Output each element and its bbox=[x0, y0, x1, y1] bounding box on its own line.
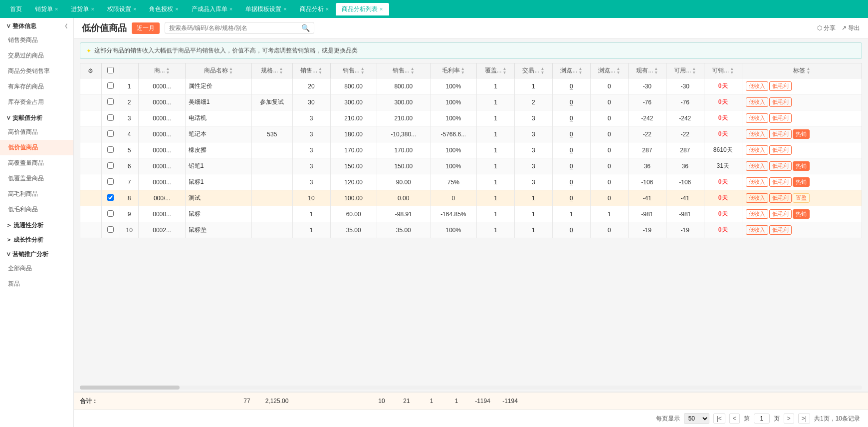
sidebar-item-new-products[interactable]: 新品 bbox=[0, 276, 73, 292]
row-checkbox[interactable] bbox=[107, 162, 114, 169]
th-sales-price[interactable]: 销售...▲▼ bbox=[330, 63, 377, 78]
nav-permissions[interactable]: 权限设置 × bbox=[101, 3, 142, 15]
first-page-button[interactable]: |< bbox=[713, 414, 725, 424]
th-tags[interactable]: 标签▲▼ bbox=[742, 63, 862, 78]
sidebar-item-sales-products[interactable]: 销售类商品 bbox=[0, 32, 73, 48]
row-checkbox[interactable] bbox=[107, 146, 114, 153]
sidebar-item-category-sales-rate[interactable]: 商品分类销售率 bbox=[0, 63, 73, 79]
th-current-stock[interactable]: 现有...▲▼ bbox=[628, 63, 666, 78]
sidebar-item-stock-products[interactable]: 有库存的商品 bbox=[0, 79, 73, 94]
sidebar-item-low-margin[interactable]: 低毛利商品 bbox=[0, 202, 73, 217]
sidebar-group-marketing[interactable]: ∨ 营销推广分析 bbox=[0, 246, 73, 261]
browse1-link[interactable]: 0 bbox=[570, 195, 573, 202]
prev-page-button[interactable]: < bbox=[729, 414, 740, 424]
sidebar-item-traded-products[interactable]: 交易过的商品 bbox=[0, 48, 73, 63]
td-browse1[interactable]: 0 bbox=[552, 142, 590, 158]
sidebar-item-stock-capital[interactable]: 库存资金占用 bbox=[0, 94, 73, 110]
th-name[interactable]: 商品名称▲▼ bbox=[185, 63, 251, 78]
browse1-link[interactable]: 0 bbox=[570, 99, 573, 106]
th-sellable[interactable]: 可销...▲▼ bbox=[704, 63, 742, 78]
td-browse1[interactable]: 0 bbox=[552, 190, 590, 206]
row-checkbox[interactable] bbox=[107, 194, 114, 201]
nav-purchase-order[interactable]: 进货单 × bbox=[65, 3, 100, 15]
row-checkbox[interactable] bbox=[107, 82, 114, 89]
sidebar-item-all-products[interactable]: 全部商品 bbox=[0, 261, 73, 276]
td-browse1[interactable]: 0 bbox=[552, 110, 590, 126]
sidebar-item-low-coverage[interactable]: 低覆盖量商品 bbox=[0, 171, 73, 186]
sidebar-group-overall[interactable]: ∨ 整体信息 《 bbox=[0, 18, 73, 32]
td-browse1[interactable]: 0 bbox=[552, 174, 590, 190]
th-sales-qty[interactable]: 销售...▲▼ bbox=[292, 63, 330, 78]
scrollbar-thumb[interactable] bbox=[80, 386, 180, 390]
close-product-inbound-icon[interactable]: × bbox=[229, 6, 232, 12]
close-permissions-icon[interactable]: × bbox=[133, 6, 136, 12]
td-checkbox[interactable] bbox=[101, 190, 120, 206]
close-role-auth-icon[interactable]: × bbox=[175, 6, 178, 12]
th-coverage[interactable]: 覆盖...▲▼ bbox=[477, 63, 515, 78]
nav-sales-order[interactable]: 销货单 × bbox=[29, 3, 64, 15]
th-browse1[interactable]: 浏览...▲▼ bbox=[552, 63, 590, 78]
per-page-select[interactable]: 50 100 bbox=[684, 413, 709, 424]
row-checkbox[interactable] bbox=[107, 226, 114, 233]
browse1-link[interactable]: 0 bbox=[570, 131, 573, 138]
td-checkbox[interactable] bbox=[101, 222, 120, 238]
close-product-analysis-list-icon[interactable]: × bbox=[380, 6, 383, 12]
export-button[interactable]: ↗ 导出 bbox=[842, 24, 860, 32]
sidebar-group-contribution[interactable]: ∨ 贡献值分析 bbox=[0, 110, 73, 124]
browse1-link[interactable]: 0 bbox=[570, 163, 573, 170]
td-browse1[interactable]: 0 bbox=[552, 126, 590, 142]
td-browse1[interactable]: 0 bbox=[552, 158, 590, 174]
last-page-button[interactable]: >| bbox=[798, 414, 810, 424]
td-browse1[interactable]: 0 bbox=[552, 222, 590, 238]
th-transaction[interactable]: 交易...▲▼ bbox=[514, 63, 552, 78]
sidebar-item-high-margin[interactable]: 高毛利商品 bbox=[0, 186, 73, 202]
td-checkbox[interactable] bbox=[101, 94, 120, 110]
nav-product-analysis[interactable]: 商品分析 × bbox=[294, 3, 335, 15]
sidebar-item-high-value[interactable]: 高价值商品 bbox=[0, 124, 73, 140]
browse1-link[interactable]: 0 bbox=[570, 227, 573, 234]
th-checkbox[interactable] bbox=[101, 63, 120, 78]
th-available[interactable]: 可用...▲▼ bbox=[666, 63, 704, 78]
th-code[interactable]: 商...▲▼ bbox=[139, 63, 185, 78]
close-product-analysis-icon[interactable]: × bbox=[326, 6, 329, 12]
close-sales-order-icon[interactable]: × bbox=[55, 6, 58, 12]
browse1-link[interactable]: 0 bbox=[570, 179, 573, 186]
nav-template-settings[interactable]: 单据模板设置 × bbox=[239, 3, 292, 15]
sidebar-group-growth[interactable]: ＞ 成长性分析 bbox=[0, 232, 73, 246]
page-number-input[interactable] bbox=[754, 414, 770, 424]
search-icon[interactable]: 🔍 bbox=[301, 24, 310, 32]
browse1-link[interactable]: 0 bbox=[570, 147, 573, 154]
sidebar-item-high-coverage[interactable]: 高覆盖量商品 bbox=[0, 155, 73, 171]
search-input[interactable] bbox=[169, 24, 301, 31]
close-purchase-order-icon[interactable]: × bbox=[91, 6, 94, 12]
share-button[interactable]: ⬡ 分享 bbox=[817, 24, 836, 32]
nav-role-auth[interactable]: 角色授权 × bbox=[143, 3, 184, 15]
row-checkbox[interactable] bbox=[107, 98, 114, 105]
next-page-button[interactable]: > bbox=[784, 414, 794, 424]
td-browse1[interactable]: 1 bbox=[552, 206, 590, 222]
td-checkbox[interactable] bbox=[101, 142, 120, 158]
th-sales-amount[interactable]: 销售...▲▼ bbox=[377, 63, 430, 78]
td-checkbox[interactable] bbox=[101, 126, 120, 142]
sidebar-group-circulation[interactable]: ＞ 流通性分析 bbox=[0, 217, 73, 232]
nav-product-inbound[interactable]: 产成品入库单 × bbox=[186, 3, 238, 15]
close-template-settings-icon[interactable]: × bbox=[283, 6, 286, 12]
browse1-link[interactable]: 1 bbox=[570, 211, 573, 218]
td-checkbox[interactable] bbox=[101, 158, 120, 174]
td-browse1[interactable]: 0 bbox=[552, 78, 590, 94]
th-browse2[interactable]: 浏览...▲▼ bbox=[590, 63, 628, 78]
browse1-link[interactable]: 0 bbox=[570, 115, 573, 122]
td-checkbox[interactable] bbox=[101, 110, 120, 126]
browse1-link[interactable]: 0 bbox=[570, 83, 573, 90]
row-checkbox[interactable] bbox=[107, 130, 114, 137]
filter-recent-month-button[interactable]: 近一月 bbox=[132, 22, 160, 34]
row-checkbox[interactable] bbox=[107, 178, 114, 185]
th-spec[interactable]: 规格...▲▼ bbox=[252, 63, 292, 78]
td-checkbox[interactable] bbox=[101, 174, 120, 190]
th-gross-margin[interactable]: 毛利率▲▼ bbox=[430, 63, 476, 78]
row-checkbox[interactable] bbox=[107, 210, 114, 217]
nav-product-analysis-list[interactable]: 商品分析列表 × bbox=[336, 3, 389, 15]
settings-icon[interactable]: ⚙ bbox=[88, 67, 93, 74]
td-browse1[interactable]: 0 bbox=[552, 94, 590, 110]
th-gear[interactable]: ⚙ bbox=[80, 63, 102, 78]
